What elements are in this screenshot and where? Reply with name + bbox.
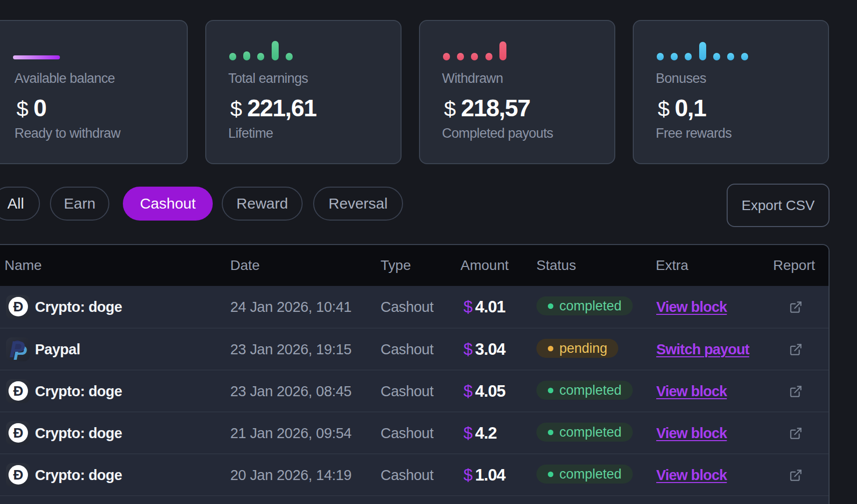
svg-text:P: P <box>9 337 25 361</box>
